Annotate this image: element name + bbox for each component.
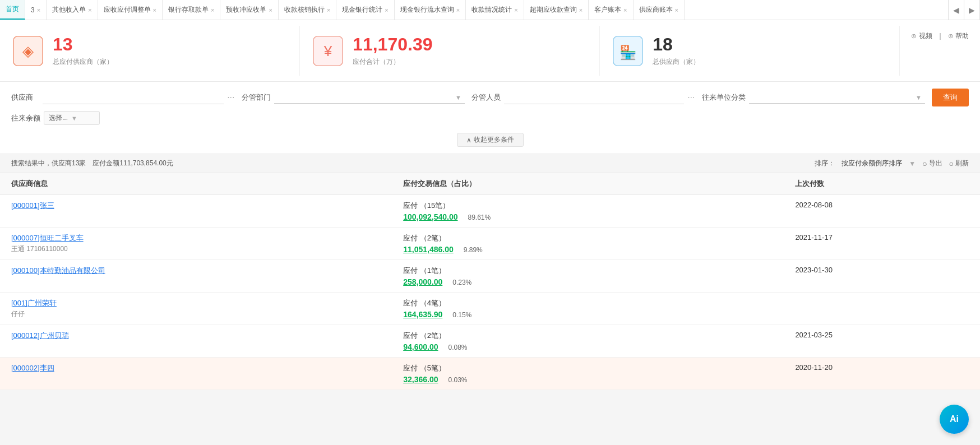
content-area: 供应商信息 应付交易信息（占比） 上次付数 [000001]张三应付 （15笔）… xyxy=(0,173,980,445)
nav-tab-overdue[interactable]: 超期应收款查询 × xyxy=(524,0,589,20)
close-icon[interactable]: × xyxy=(456,7,460,13)
nav-tab-3[interactable]: 3 × xyxy=(25,0,47,20)
video-link[interactable]: ⊙ 视频 xyxy=(911,31,932,41)
supplier-link[interactable]: [000012]广州贝瑞 xyxy=(11,331,69,340)
chevron-down-icon: ▼ xyxy=(916,94,922,101)
supplier-info-cell: [001]广州荣轩仔仔 xyxy=(0,293,392,325)
table-row: [000100]本特勤油品有限公司应付 （1笔）258,000.000.23%2… xyxy=(0,260,980,293)
supplier-link[interactable]: [000001]张三 xyxy=(11,201,54,210)
payable-amount[interactable]: 32,366.00 xyxy=(403,375,438,384)
export-icon: ○ xyxy=(922,159,927,168)
close-icon[interactable]: × xyxy=(153,7,156,13)
dept-select[interactable]: ▼ xyxy=(274,92,465,104)
help-link[interactable]: ⊙ 帮助 xyxy=(948,31,969,41)
col-last-pay: 上次付数 xyxy=(784,173,980,195)
nav-tab-home[interactable]: 首页 xyxy=(0,0,25,20)
supplier-link[interactable]: [000100]本特勤油品有限公司 xyxy=(11,266,105,275)
supplier-info-cell: [000012]广州贝瑞 xyxy=(0,325,392,358)
person-input[interactable] xyxy=(504,91,684,104)
category-select[interactable]: ▼ xyxy=(749,92,926,104)
person-label: 分管人员 xyxy=(471,92,501,103)
payable-percent: 89.61% xyxy=(468,214,491,221)
payable-amount[interactable]: 100,092,540.00 xyxy=(403,212,457,221)
collapse-button[interactable]: ∧ 收起更多条件 xyxy=(457,133,524,147)
balance-select[interactable]: 选择... ▼ xyxy=(44,111,100,125)
nav-tab-customer-ledger[interactable]: 客户账本 × xyxy=(589,0,633,20)
last-pay-cell: 2021-03-25 xyxy=(784,325,980,358)
nav-tab-verify[interactable]: 收款核销执行 × xyxy=(279,0,336,20)
payable-amount[interactable]: 94,600.00 xyxy=(403,342,438,351)
close-icon[interactable]: × xyxy=(327,7,330,13)
nav-tab-adjust[interactable]: 应收应付调整单 × xyxy=(98,0,163,20)
close-icon[interactable]: × xyxy=(675,7,678,13)
supplier-icon: ◈ xyxy=(11,34,45,68)
export-label: 导出 xyxy=(929,159,942,168)
close-icon[interactable]: × xyxy=(514,7,517,13)
close-icon[interactable]: × xyxy=(579,7,583,13)
nav-tab-cash-stat[interactable]: 现金银行统计 × xyxy=(336,0,394,20)
nav-tab-supplier-ledger[interactable]: 供应商账本 × xyxy=(634,0,685,20)
table-container: 供应商信息 应付交易信息（占比） 上次付数 [000001]张三应付 （15笔）… xyxy=(0,173,980,390)
nav-next-btn[interactable]: ▶ xyxy=(964,0,980,20)
total-suppliers-number: 18 xyxy=(653,35,888,54)
payable-count: 应付 （1笔） xyxy=(403,266,773,276)
supplier-input[interactable] xyxy=(43,91,224,104)
close-icon[interactable]: × xyxy=(385,7,388,13)
nav-tab-collection-stat[interactable]: 收款情况统计 × xyxy=(466,0,524,20)
amount-icon: ¥ xyxy=(311,34,345,68)
prepay-label: 预收冲应收单 xyxy=(226,5,266,15)
search-area: 供应商 ··· 分管部门 ▼ 分管人员 ··· 往来单位分类 xyxy=(0,82,980,154)
export-button[interactable]: ○ 导出 xyxy=(922,159,942,168)
close-icon[interactable]: × xyxy=(269,7,272,13)
close-icon[interactable]: × xyxy=(623,7,627,13)
balance-field: 往来余额 选择... ▼ xyxy=(11,111,100,125)
payable-amount[interactable]: 11,051,486.00 xyxy=(403,245,454,254)
customer-ledger-label: 客户账本 xyxy=(594,5,621,15)
nav-tab-bank-deposit[interactable]: 银行存取款单 × xyxy=(163,0,220,20)
payable-info-cell: 应付 （2笔）94,600.000.08% xyxy=(392,325,784,358)
nav-tab-cash-flow[interactable]: 现金银行流水查询 × xyxy=(395,0,466,20)
payable-total-number: 11,170.39 xyxy=(353,35,588,54)
nav-tab-other-income[interactable]: 其他收入单 × xyxy=(47,0,98,20)
supplier-link[interactable]: [000007]恒旺二手叉车 xyxy=(11,234,84,242)
payable-count: 应付 （15笔） xyxy=(403,201,773,211)
payable-amount[interactable]: 164,635.90 xyxy=(403,310,442,319)
last-pay-cell: 2023-01-30 xyxy=(784,260,980,293)
payable-total-label: 应付合计（万） xyxy=(353,57,588,67)
close-icon[interactable]: × xyxy=(37,7,40,13)
payable-count: 应付 （5笔） xyxy=(403,363,773,373)
nav-prev-btn[interactable]: ◀ xyxy=(949,0,964,20)
top-nav: 首页 3 × 其他收入单 × 应收应付调整单 × 银行存取款单 × 预收冲应收单… xyxy=(0,0,980,20)
result-supplier-count: 搜索结果中，供应商13家 xyxy=(11,159,86,168)
sort-dropdown-icon[interactable]: ▼ xyxy=(909,160,916,168)
category-field: 往来单位分类 ▼ xyxy=(702,92,926,104)
supplier-link[interactable]: [001]广州荣轩 xyxy=(11,299,57,307)
summary-card3-content: 18 总供应商（家） xyxy=(653,35,888,66)
summary-card-total-suppliers: 🏪 18 总供应商（家） xyxy=(600,26,900,76)
nav-tab-prepay[interactable]: 预收冲应收单 × xyxy=(220,0,278,20)
person-dots-icon[interactable]: ··· xyxy=(687,92,695,103)
result-actions: 排序： 按应付余额倒序排序 ▼ ○ 导出 ○ 刷新 xyxy=(815,159,969,168)
ai-assistant-button[interactable]: Ai xyxy=(940,405,969,434)
sort-select[interactable]: 按应付余额倒序排序 xyxy=(842,159,902,168)
supplier-link[interactable]: [000002]李四 xyxy=(11,364,54,372)
payable-percent: 9.89% xyxy=(464,246,483,254)
supplier-label: 供应商 xyxy=(11,92,39,103)
close-icon[interactable]: × xyxy=(211,7,214,13)
payable-count: 应付 （4笔） xyxy=(403,298,773,308)
close-icon[interactable]: × xyxy=(88,7,91,13)
home-label: 首页 xyxy=(6,4,19,14)
dept-field: 分管部门 ▼ xyxy=(242,92,465,104)
payable-count: 应付 （2笔） xyxy=(403,331,773,341)
query-button[interactable]: 查询 xyxy=(932,89,969,106)
supplier-dots-icon[interactable]: ··· xyxy=(227,92,234,103)
payable-amount[interactable]: 258,000.00 xyxy=(403,277,442,286)
sort-label: 排序： xyxy=(815,159,835,168)
payable-percent: 0.23% xyxy=(452,279,471,286)
balance-label: 往来余额 xyxy=(11,113,40,123)
bank-deposit-label: 银行存取款单 xyxy=(168,5,209,15)
table-header-row: 供应商信息 应付交易信息（占比） 上次付数 xyxy=(0,173,980,195)
svg-text:🏪: 🏪 xyxy=(620,44,637,61)
summary-bar: ◈ 13 总应付供应商（家） ¥ 11,170.39 应付合计（万） xyxy=(0,20,980,82)
refresh-button[interactable]: ○ 刷新 xyxy=(949,159,969,168)
